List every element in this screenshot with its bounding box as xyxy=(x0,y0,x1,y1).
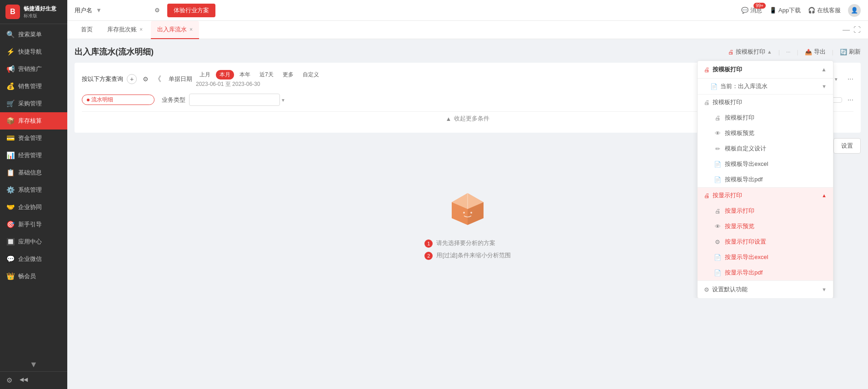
template-print-section-icon: 🖨 xyxy=(704,99,710,106)
template-print-item-4-icon: 📄 xyxy=(714,176,721,183)
export-btn[interactable]: 📤 导出 xyxy=(805,48,826,56)
print-dropdown-title: 🖨 按模板打印 xyxy=(704,65,742,74)
tab-batch-account[interactable]: 库存批次账 × xyxy=(101,21,149,39)
date-opt-7days[interactable]: 近7天 xyxy=(256,70,277,80)
print-dropdown-title-text: 按模板打印 xyxy=(713,65,742,74)
date-opt-last-month[interactable]: 上月 xyxy=(196,70,214,80)
sidebar-scroll-down-icon[interactable]: ▼ xyxy=(30,360,38,369)
date-opt-custom[interactable]: 自定义 xyxy=(299,70,323,80)
tab-bar: 首页 库存批次账 × 出入库流水 × — ⛶ xyxy=(67,21,868,39)
tab-flow[interactable]: 出入库流水 × xyxy=(151,21,199,39)
settings-button[interactable]: 设置 xyxy=(833,138,861,154)
message-btn[interactable]: 💬 消息 99+ xyxy=(741,6,762,15)
svg-point-5 xyxy=(463,212,465,214)
flow-detail-tag[interactable]: 流水明细 xyxy=(82,95,155,105)
settings-icon[interactable]: ⚙ xyxy=(6,376,12,384)
filter-config-btn[interactable]: ⚙ xyxy=(140,74,150,84)
sidebar-item-apps[interactable]: 🔲 应用中心 xyxy=(0,233,67,250)
date-opt-this-year[interactable]: 本年 xyxy=(236,70,254,80)
sidebar-item-basic[interactable]: 📋 基础信息 xyxy=(0,164,67,181)
refresh-icon: 🔄 xyxy=(840,49,847,55)
display-print-item-1[interactable]: 👁 按显示预览 xyxy=(698,219,833,234)
refresh-btn[interactable]: 🔄 刷新 xyxy=(840,48,861,56)
set-default-label[interactable]: 设置默认功能 xyxy=(712,285,748,294)
template-print-item-4[interactable]: 📄 按模板导出pdf xyxy=(698,172,833,187)
sidebar-item-newbie[interactable]: 🎯 新手引导 xyxy=(0,216,67,233)
customer-service-label: 在线客服 xyxy=(817,6,841,15)
template-print-item-4-label: 按模板导出pdf xyxy=(725,175,763,184)
template-print-item-1[interactable]: 👁 按模板预览 xyxy=(698,125,833,141)
print-dropdown-icon: 🖨 xyxy=(704,66,710,73)
template-print-section-label: 按模板打印 xyxy=(713,98,742,106)
filter-add-btn[interactable]: + xyxy=(127,74,137,84)
print-dropdown-header: 🖨 按模板打印 ▲ xyxy=(698,61,833,79)
sidebar-item-operations[interactable]: 📊 经营管理 xyxy=(0,147,67,164)
app-header: 用户名 ▼ ⚙ 体验行业方案 💬 消息 99+ 📱 App下载 🎧 xyxy=(67,0,868,21)
print-dropdown-arrow[interactable]: ▲ xyxy=(767,49,772,55)
template-print-item-2-label: 模板自定义设计 xyxy=(725,145,766,153)
template-print-item-0[interactable]: 🖨 按模板打印 xyxy=(698,110,833,125)
display-print-collapse-icon[interactable]: ▲ xyxy=(822,193,827,198)
template-print-item-3[interactable]: 📄 按模板导出excel xyxy=(698,156,833,172)
sep1: | xyxy=(778,49,780,55)
date-options-group: 上月 本月 本年 近7天 更多 自定义 2023-06-01 至 2023-06… xyxy=(196,70,323,88)
sidebar-item-purchase[interactable]: 🛒 采购管理 xyxy=(0,95,67,112)
bill-type-more-icon[interactable]: ··· xyxy=(848,75,853,83)
sidebar-label-inventory: 库存核算 xyxy=(18,117,42,125)
date-opt-more[interactable]: 更多 xyxy=(279,70,297,80)
date-opt-this-month[interactable]: 本月 xyxy=(216,70,234,80)
display-print-item-2[interactable]: ⚙ 按显示打印设置 xyxy=(698,234,833,249)
sidebar-item-vip[interactable]: 👑 畅会员 xyxy=(0,268,67,285)
sidebar-nav: 🔍 搜索菜单 ⚡ 快捷导航 📢 营销推广 💰 销售管理 🛒 采购管理 📦 库存核… xyxy=(0,24,67,358)
sidebar-icon-sales: 💰 xyxy=(6,82,15,90)
more-icon[interactable]: ··· xyxy=(786,49,790,55)
warehouse-more-icon[interactable]: ··· xyxy=(848,96,853,104)
current-template-arrow[interactable]: ▼ xyxy=(822,84,827,89)
sidebar-item-system[interactable]: ⚙️ 系统管理 xyxy=(0,181,67,199)
sidebar-item-sales[interactable]: 💰 销售管理 xyxy=(0,78,67,95)
app-logo-icon: B xyxy=(5,5,20,19)
sidebar-item-collab[interactable]: 🤝 企业协同 xyxy=(0,199,67,216)
display-print-item-4[interactable]: 📄 按显示导出pdf xyxy=(698,265,833,280)
trial-button[interactable]: 体验行业方案 xyxy=(167,4,215,17)
sidebar-item-inventory[interactable]: 📦 库存核算 xyxy=(0,112,67,130)
avatar[interactable]: 👤 xyxy=(848,4,861,17)
app-version: 标准版 xyxy=(24,13,56,19)
display-print-item-3[interactable]: 📄 按显示导出excel xyxy=(698,249,833,265)
display-print-item-0[interactable]: 🖨 按显示打印 xyxy=(698,203,833,219)
sidebar-item-marketing[interactable]: 📢 营销推广 xyxy=(0,60,67,78)
template-print-item-2-icon: ✏ xyxy=(714,145,721,152)
sidebar-icon-search: 🔍 xyxy=(6,30,15,39)
print-template-btn[interactable]: 🖨 按模板打印 ▲ xyxy=(728,48,772,56)
display-print-item-3-icon: 📄 xyxy=(714,254,721,261)
template-print-header: 🖨 按模板打印 xyxy=(698,95,833,110)
business-type-select[interactable] xyxy=(189,94,280,106)
filter-collapse-btn[interactable]: 《 xyxy=(154,75,161,84)
header-left: 用户名 ▼ ⚙ 体验行业方案 xyxy=(75,4,736,17)
tab-flow-close-icon[interactable]: × xyxy=(190,26,193,33)
template-print-item-2[interactable]: ✏ 模板自定义设计 xyxy=(698,141,833,156)
customer-service-btn[interactable]: 🎧 在线客服 xyxy=(808,6,841,15)
sidebar-item-finance[interactable]: 💳 资金管理 xyxy=(0,130,67,147)
page-title: 出入库流水(流水明细) xyxy=(75,46,154,57)
sidebar-item-quick-nav[interactable]: ⚡ 快捷导航 xyxy=(0,43,67,60)
window-maximize-icon[interactable]: ⛶ xyxy=(853,26,861,34)
tab-home[interactable]: 首页 xyxy=(75,21,99,39)
collapse-sidebar-icon[interactable]: ◀◀ xyxy=(20,376,28,384)
tab-batch-close-icon[interactable]: × xyxy=(140,26,143,33)
page-header-row: 出入库流水(流水明细) 🖨 按模板打印 ▲ | ··· | 📤 导出 xyxy=(75,46,861,57)
sidebar-item-search[interactable]: 🔍 搜索菜单 xyxy=(0,26,67,43)
sidebar-item-wechat[interactable]: 💬 企业微信 xyxy=(0,250,67,268)
export-icon: 📤 xyxy=(805,49,812,55)
collapse-label: 收起更多条件 xyxy=(454,115,489,123)
user-dropdown-icon[interactable]: ▼ xyxy=(96,7,102,14)
date-field-label: 单据日期 xyxy=(169,75,192,83)
business-type-select-wrapper xyxy=(189,94,289,106)
header-settings-icon[interactable]: ⚙ xyxy=(151,4,164,17)
display-print-section: 🖨 按显示打印 ▲ 🖨 按显示打印 � xyxy=(698,188,833,280)
print-dropdown-close-arrow[interactable]: ▲ xyxy=(821,66,827,73)
business-type-label: 业务类型 xyxy=(162,96,185,104)
window-minimize-icon[interactable]: — xyxy=(843,26,850,34)
display-print-item-2-icon: ⚙ xyxy=(714,238,721,245)
app-download-btn[interactable]: 📱 App下载 xyxy=(769,6,801,15)
